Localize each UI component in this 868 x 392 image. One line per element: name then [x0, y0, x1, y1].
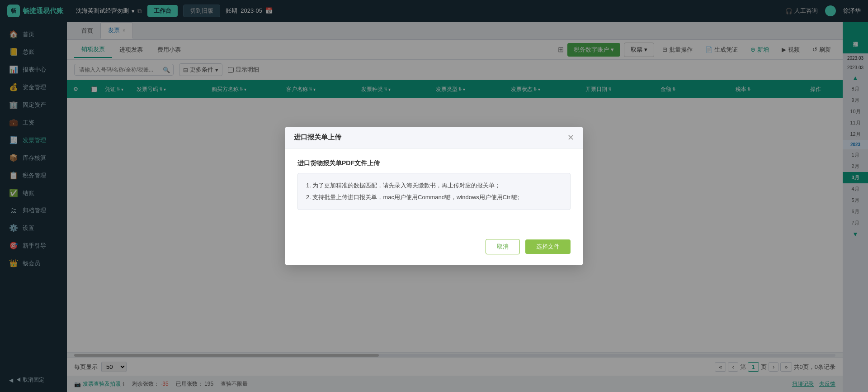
- modal-cancel-button[interactable]: 取消: [486, 239, 520, 254]
- modal-title: 进口报关单上传: [294, 133, 341, 142]
- modal-footer: 取消 选择文件: [285, 232, 583, 265]
- modal-close-button[interactable]: ✕: [567, 134, 574, 142]
- modal-body: 进口货物报关单PDF文件上传 1. 为了更加精准的数据匹配，请先录入海关缴款书，…: [285, 148, 583, 232]
- modal-info-box: 1. 为了更加精准的数据匹配，请先录入海关缴款书，再上传对应的报关单； 2. 支…: [297, 173, 571, 210]
- modal-header: 进口报关单上传 ✕: [285, 127, 583, 148]
- modal-section-title: 进口货物报关单PDF文件上传: [297, 159, 571, 167]
- modal-info-item-1: 1. 为了更加精准的数据匹配，请先录入海关缴款书，再上传对应的报关单；: [306, 180, 562, 191]
- modal-overlay: 进口报关单上传 ✕ 进口货物报关单PDF文件上传 1. 为了更加精准的数据匹配，…: [0, 0, 868, 392]
- modal-confirm-button[interactable]: 选择文件: [525, 239, 571, 254]
- modal-info-item-2: 2. 支持批量上传进口报关单，mac用户使用Command键，windows用户…: [306, 191, 562, 203]
- modal-dialog: 进口报关单上传 ✕ 进口货物报关单PDF文件上传 1. 为了更加精准的数据匹配，…: [285, 127, 583, 265]
